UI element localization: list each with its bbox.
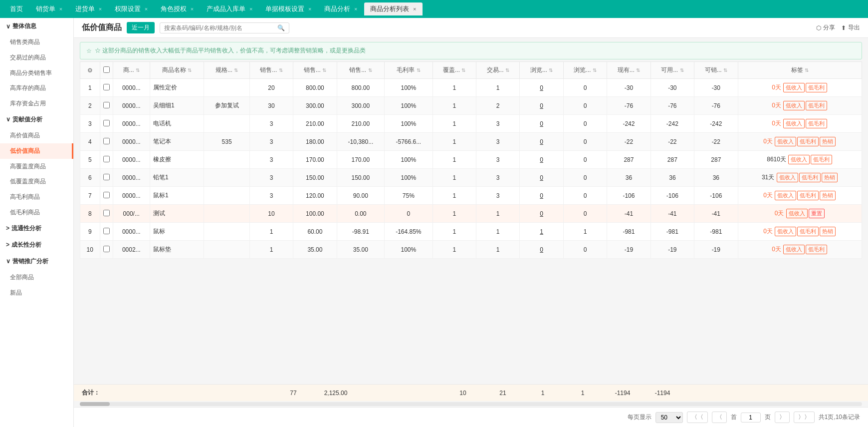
cell-name: 测试 bbox=[150, 205, 204, 223]
chevron-right-icon: > bbox=[6, 225, 9, 232]
cell-view1[interactable]: 0 bbox=[520, 169, 563, 187]
th-view1[interactable]: 浏览... ⇅ bbox=[520, 62, 563, 79]
sidebar-group-circulation[interactable]: > 流通性分析 bbox=[0, 220, 73, 237]
close-purchase-order[interactable]: × bbox=[99, 6, 102, 12]
close-template-settings[interactable]: × bbox=[308, 6, 311, 12]
cell-view1[interactable]: 0 bbox=[520, 187, 563, 205]
cell-trade: 2 bbox=[476, 97, 519, 115]
close-product-storage[interactable]: × bbox=[249, 6, 252, 12]
row-checkbox-9[interactable] bbox=[103, 246, 110, 252]
close-goods-analysis[interactable]: × bbox=[354, 6, 357, 12]
nav-purchase-order[interactable]: 进货单 × bbox=[69, 2, 108, 15]
th-view2[interactable]: 浏览... ⇅ bbox=[563, 62, 607, 79]
th-settings[interactable]: ⚙ bbox=[80, 62, 100, 79]
th-stock3[interactable]: 可销... ⇅ bbox=[694, 62, 738, 79]
settings-icon[interactable]: ⚙ bbox=[87, 67, 93, 74]
sidebar-group-overall[interactable]: ∨ 整体信息 bbox=[0, 18, 73, 34]
nav-sales-order[interactable]: 销货单 × bbox=[30, 2, 68, 15]
cell-days: 0天 bbox=[763, 228, 773, 235]
row-checkbox-5[interactable] bbox=[103, 174, 110, 180]
cell-view1[interactable]: 0 bbox=[520, 205, 563, 223]
sidebar-item-all-goods[interactable]: 全部商品 bbox=[0, 270, 73, 285]
sidebar-item-new-goods[interactable]: 新品 bbox=[0, 285, 73, 301]
sidebar-item-category-sales[interactable]: 商品分类销售率 bbox=[0, 65, 73, 81]
sidebar-group-growth[interactable]: > 成长性分析 bbox=[0, 237, 73, 253]
nav-goods-analysis-list[interactable]: 商品分析列表 × bbox=[364, 2, 422, 15]
sidebar-item-low-coverage[interactable]: 低覆盖度商品 bbox=[0, 174, 73, 189]
cell-view1[interactable]: 1 bbox=[520, 223, 563, 241]
row-checkbox-7[interactable] bbox=[103, 210, 110, 216]
search-icon[interactable]: 🔍 bbox=[277, 24, 285, 31]
row-checkbox-2[interactable] bbox=[103, 120, 110, 126]
th-s2[interactable]: 销售... ⇅ bbox=[293, 62, 337, 79]
sidebar-item-high-value[interactable]: 高价值商品 bbox=[0, 128, 73, 143]
sidebar-item-low-value[interactable]: 低价值商品 bbox=[0, 143, 73, 159]
select-all-checkbox[interactable] bbox=[103, 66, 110, 73]
cell-view1[interactable]: 0 bbox=[520, 79, 563, 97]
nav-product-storage[interactable]: 产成品入库单 × bbox=[201, 2, 258, 15]
export-button[interactable]: ⬆ 导出 bbox=[841, 23, 860, 32]
cell-view1[interactable]: 0 bbox=[520, 133, 563, 151]
th-cov[interactable]: 覆盖... ⇅ bbox=[433, 62, 476, 79]
close-role-auth[interactable]: × bbox=[191, 6, 194, 12]
next-page-button[interactable]: 〉 bbox=[775, 412, 790, 423]
th-tags[interactable]: 标签 ⇅ bbox=[738, 62, 862, 79]
search-input[interactable] bbox=[164, 24, 274, 31]
scrollbar-track[interactable] bbox=[80, 402, 862, 406]
cell-view1[interactable]: 0 bbox=[520, 151, 563, 169]
sidebar-item-stock-funds[interactable]: 库存资金占用 bbox=[0, 96, 73, 111]
sidebar-item-traded-goods[interactable]: 交易过的商品 bbox=[0, 50, 73, 65]
first-page-button[interactable]: 〈〈 bbox=[687, 412, 708, 423]
th-stock1[interactable]: 现有... ⇅ bbox=[607, 62, 651, 79]
th-s3[interactable]: 销售... ⇅ bbox=[337, 62, 384, 79]
page-size-select[interactable]: 50 100 bbox=[655, 412, 683, 423]
th-trade[interactable]: 交易... ⇅ bbox=[476, 62, 519, 79]
row-checkbox-4[interactable] bbox=[103, 156, 110, 162]
cell-view1[interactable]: 0 bbox=[520, 241, 563, 259]
prev-page-button[interactable]: 〈 bbox=[712, 412, 727, 423]
row-checkbox-6[interactable] bbox=[103, 192, 110, 198]
nav-home[interactable]: 首页 bbox=[4, 2, 29, 15]
row-checkbox-8[interactable] bbox=[103, 228, 110, 234]
last-page-button[interactable]: 〉〉 bbox=[794, 412, 815, 423]
scrollbar-thumb[interactable] bbox=[80, 402, 110, 406]
close-sales-order[interactable]: × bbox=[59, 6, 62, 12]
th-margin[interactable]: 毛利率 ⇅ bbox=[385, 62, 433, 79]
th-code[interactable]: 商... ⇅ bbox=[113, 62, 150, 79]
cell-cov: 1 bbox=[433, 133, 476, 151]
row-checkbox-0[interactable] bbox=[103, 84, 110, 90]
sidebar-item-low-margin[interactable]: 低毛利商品 bbox=[0, 205, 73, 220]
cell-checkbox bbox=[100, 115, 113, 133]
cell-stock1: -981 bbox=[607, 223, 651, 241]
nav-role-auth[interactable]: 角色授权 × bbox=[155, 2, 200, 15]
nav-goods-analysis[interactable]: 商品分析 × bbox=[318, 2, 363, 15]
th-name[interactable]: 商品名称 ⇅ bbox=[150, 62, 204, 79]
sidebar-item-high-stock[interactable]: 高库存的商品 bbox=[0, 80, 73, 96]
sidebar-item-high-margin[interactable]: 高毛利商品 bbox=[0, 189, 73, 205]
nav-permission[interactable]: 权限设置 × bbox=[109, 2, 154, 15]
close-goods-analysis-list[interactable]: × bbox=[413, 6, 416, 12]
sidebar-item-high-coverage[interactable]: 高覆盖度商品 bbox=[0, 159, 73, 174]
share-button[interactable]: ⬡ 分享 bbox=[816, 23, 835, 32]
th-stock2[interactable]: 可用... ⇅ bbox=[651, 62, 694, 79]
close-permission[interactable]: × bbox=[145, 6, 148, 12]
tag-低毛利: 低毛利 bbox=[797, 227, 819, 236]
cell-view1[interactable]: 0 bbox=[520, 97, 563, 115]
search-box: 🔍 bbox=[160, 22, 289, 33]
tag-低收入: 低收入 bbox=[775, 227, 796, 236]
page-number-input[interactable] bbox=[741, 413, 761, 423]
nav-template-settings[interactable]: 单据模板设置 × bbox=[259, 2, 317, 15]
sidebar-group-contribution[interactable]: ∨ 贡献值分析 bbox=[0, 111, 73, 128]
th-s1[interactable]: 销售... ⇅ bbox=[249, 62, 293, 79]
cell-stock3: 287 bbox=[694, 151, 738, 169]
tag-低毛利: 低毛利 bbox=[797, 137, 819, 146]
row-checkbox-1[interactable] bbox=[103, 102, 110, 108]
sidebar-group-marketing[interactable]: ∨ 营销推广分析 bbox=[0, 253, 73, 270]
row-checkbox-3[interactable] bbox=[103, 138, 110, 144]
cell-view1[interactable]: 0 bbox=[520, 115, 563, 133]
cell-name: 鼠标 bbox=[150, 223, 204, 241]
th-spec[interactable]: 规格... ⇅ bbox=[204, 62, 249, 79]
filter-recent-month-button[interactable]: 近一月 bbox=[127, 22, 155, 33]
sidebar-item-sales-goods[interactable]: 销售类商品 bbox=[0, 34, 73, 50]
cell-stock2: -22 bbox=[651, 133, 694, 151]
